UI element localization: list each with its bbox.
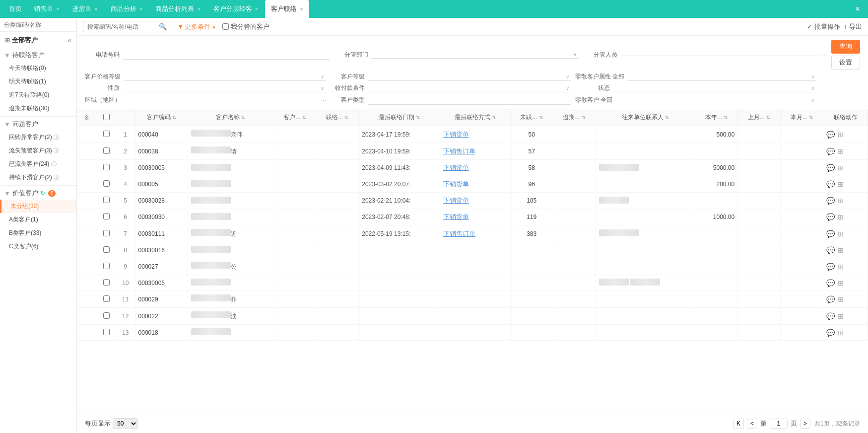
more-action-icon[interactable]: ⊞ (838, 230, 844, 238)
filter-customer-level-select[interactable]: ∨ (368, 73, 571, 81)
td-checkbox[interactable] (97, 126, 116, 143)
th-last-month[interactable]: 上月... ⇅ (738, 109, 781, 126)
filter-nature-select[interactable]: ∨ (123, 84, 326, 92)
next-page-btn[interactable]: > (800, 419, 810, 429)
td-checkbox[interactable] (97, 325, 116, 341)
contact-way-link[interactable]: 下销货单 (443, 213, 469, 220)
td-checkbox[interactable] (97, 308, 116, 325)
td-checkbox[interactable] (97, 275, 116, 291)
th-name[interactable]: 客户名称 ⇅ (188, 109, 273, 126)
call-icon[interactable]: 💬 (826, 180, 835, 188)
filter-payment-select[interactable]: ∨ (368, 84, 571, 92)
td-checkbox[interactable] (97, 143, 116, 160)
sidebar-item-B[interactable]: B类客户(33) (0, 226, 76, 240)
call-icon[interactable]: 💬 (826, 147, 835, 155)
contact-way-link[interactable]: 下销售订单 (443, 230, 475, 237)
search-input[interactable] (87, 23, 157, 30)
sidebar-item-lost[interactable]: 已流失客户(24) ⓘ (0, 157, 76, 171)
manager-ellipsis-icon[interactable]: ··· (822, 51, 827, 58)
td-checkbox[interactable] (97, 291, 116, 308)
filter-price-level-select[interactable]: ∨ (124, 73, 326, 81)
sidebar-item-declining[interactable]: 持续下滑客户(2) ⓘ (0, 171, 76, 184)
tab-customer-contact[interactable]: 客户联络 × (265, 0, 309, 18)
more-action-icon[interactable]: ⊞ (838, 329, 844, 337)
call-icon[interactable]: 💬 (826, 230, 835, 238)
call-icon[interactable]: 💬 (826, 279, 835, 287)
sidebar-search-input[interactable] (4, 21, 77, 28)
th-type[interactable]: 客户... ⇅ (273, 109, 316, 126)
th-checkbox[interactable] (97, 109, 116, 126)
close-purchase-icon[interactable]: × (94, 6, 97, 12)
close-all-icon[interactable]: × (851, 4, 864, 14)
row-checkbox[interactable] (103, 213, 110, 219)
contact-way-link[interactable]: 下销货单 (443, 131, 469, 138)
region-ellipsis-icon[interactable]: ··· (321, 97, 326, 104)
th-overdue[interactable]: 逾期... ⇅ (553, 109, 596, 126)
more-action-icon[interactable]: ⊞ (838, 295, 844, 303)
filter-phone-input[interactable] (123, 50, 330, 60)
filter-status-select[interactable]: ∨ (613, 84, 816, 92)
close-product-analysis-list-icon[interactable]: × (197, 6, 200, 12)
contact-way-link[interactable]: 下销货单 (443, 180, 469, 188)
td-checkbox[interactable] (97, 209, 116, 225)
search-icon[interactable]: 🔍 (159, 23, 167, 30)
th-last-date[interactable]: 最后联络日期 ⇅ (359, 109, 440, 126)
more-action-icon[interactable]: ⊞ (838, 180, 844, 188)
contact-way-link[interactable]: 下销货单 (443, 197, 469, 204)
more-action-icon[interactable]: ⊞ (838, 246, 844, 254)
sidebar-item-week[interactable]: 近7天待联络(0) (0, 88, 76, 102)
more-action-icon[interactable]: ⊞ (838, 312, 844, 320)
row-checkbox[interactable] (103, 246, 110, 253)
call-icon[interactable]: 💬 (826, 213, 835, 221)
page-number-input[interactable] (770, 419, 788, 429)
call-icon[interactable]: 💬 (826, 295, 835, 303)
all-customers-section[interactable]: ⊞ 全部客户 « (0, 32, 76, 49)
call-icon[interactable]: 💬 (826, 312, 835, 320)
my-customers-checkbox-label[interactable]: 我分管的客户 (222, 22, 269, 31)
contact-way-link[interactable]: 下销售订单 (443, 147, 475, 155)
th-contact[interactable]: 联络... ⇅ (316, 109, 359, 126)
filter-dept-select[interactable]: ∨ (371, 51, 578, 59)
th-not-contact[interactable]: 未联... ⇅ (510, 109, 553, 126)
sidebar-item-churn-risk[interactable]: 流失预警客户(3) ⓘ (0, 144, 76, 157)
my-customers-checkbox[interactable] (222, 23, 229, 30)
prev-page-btn[interactable]: < (747, 419, 757, 429)
sidebar-item-unclassified[interactable]: 未分组(32) (0, 200, 76, 213)
sidebar-item-C[interactable]: C类客户(6) (0, 240, 76, 253)
filter-customer-type-input[interactable] (368, 95, 571, 105)
value-section-header[interactable]: ▼ 价值客户 ↻ 8 (0, 187, 76, 200)
collapse-icon[interactable]: « (67, 36, 71, 44)
more-conditions-btn[interactable]: ▼ 更多条件 ▲ (177, 22, 216, 31)
call-icon[interactable]: 💬 (826, 131, 835, 139)
call-icon[interactable]: 💬 (826, 246, 835, 254)
first-page-btn[interactable]: K (733, 419, 744, 429)
more-action-icon[interactable]: ⊞ (838, 263, 844, 271)
sidebar-item-A[interactable]: A类客户(1) (0, 213, 76, 226)
export-btn[interactable]: ↑ 导出 (844, 22, 863, 31)
filter-retail-customer-select[interactable]: ∨ (615, 96, 816, 104)
more-action-icon[interactable]: ⊞ (838, 147, 844, 155)
sidebar-item-today[interactable]: 今天待联络(0) (0, 62, 76, 75)
call-icon[interactable]: 💬 (826, 329, 835, 337)
per-page-select[interactable]: 20 50 100 (113, 418, 138, 429)
td-checkbox[interactable] (97, 160, 116, 176)
batch-operation-btn[interactable]: ✓ 批量操作 (807, 22, 840, 31)
tab-product-analysis[interactable]: 商品分析 × (105, 0, 148, 18)
contact-way-link[interactable]: 下销货单 (443, 164, 469, 171)
td-checkbox[interactable] (97, 258, 116, 275)
close-customer-contact-icon[interactable]: × (300, 6, 303, 12)
more-action-icon[interactable]: ⊞ (838, 279, 844, 287)
tab-customer-segment[interactable]: 客户分层经客 × (207, 0, 264, 18)
close-customer-segment-icon[interactable]: × (255, 6, 258, 12)
pending-section-header[interactable]: ▼ 待联络客户 (0, 49, 76, 62)
row-checkbox[interactable] (103, 263, 110, 269)
filter-retail-attr-select[interactable]: ∨ (627, 73, 816, 81)
more-action-icon[interactable]: ⊞ (838, 213, 844, 221)
th-settings[interactable]: ⚙ (77, 109, 97, 126)
row-checkbox[interactable] (103, 147, 110, 154)
th-code[interactable]: 客户编码 ⇅ (135, 109, 188, 126)
tab-product-analysis-list[interactable]: 商品分析列表 × (149, 0, 206, 18)
th-this-month[interactable]: 本月... ⇅ (781, 109, 823, 126)
refresh-icon[interactable]: ↻ (40, 190, 45, 197)
td-checkbox[interactable] (97, 176, 116, 193)
